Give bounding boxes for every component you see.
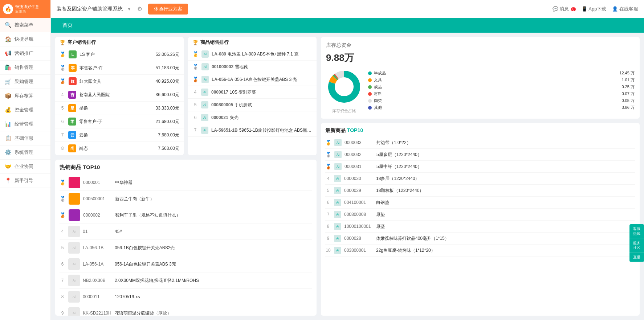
hot-goods-item[interactable]: 9 Ai KK-SD22110H 花语萌恒温分蘸罐袋（厚款）	[60, 305, 312, 316]
cooperation-icon: 🤝	[4, 163, 12, 170]
new-goods-item[interactable]: 6 Ai 004100001 白钢垫	[325, 197, 635, 209]
hot-goods-item[interactable]: 4 Ai 01 45#	[60, 223, 312, 240]
sidebar-item-search[interactable]: 🔍 搜索菜单	[0, 18, 50, 32]
legend-item: 成品 0.25 万	[368, 84, 635, 90]
inventory-summary: 库存总资金 9.88万	[321, 37, 640, 119]
trophy-icon: 🏆	[60, 40, 65, 45]
goods-rank-icon: Ai	[201, 114, 208, 121]
goods-rank-name: 001000002雪地靴	[212, 64, 312, 70]
customer-avatar: 云	[68, 131, 76, 139]
customer-rank-item[interactable]: 🥈 零 零售客户-许 51,183.00元	[55, 61, 184, 75]
sidebar-label-quicknav: 快捷导航	[15, 36, 33, 42]
goods-rank-name: 000800005手机测试	[211, 102, 312, 108]
system-dropdown-btn[interactable]: ▼	[127, 7, 131, 12]
message-label: 消息	[559, 6, 569, 12]
newbie-icon: 📍	[4, 177, 12, 184]
app-logo: 🔥 畅捷通好生意 标准版	[0, 0, 50, 18]
sidebar-label-newbie: 新手引导	[15, 177, 33, 184]
hot-goods-item[interactable]: 6 Ai LA-056-1A 056-1A白色按键开关盖ABS 3壳	[60, 256, 312, 272]
customer-rank-item[interactable]: 4 杏 苍南县人民医院 36,600.00元	[55, 88, 184, 102]
goods-rank-item[interactable]: 4 Ai 000001710S 变刹罗蔓	[188, 86, 317, 99]
float-btn-service[interactable]: 客服热线	[629, 224, 644, 238]
hot-goods-item[interactable]: 5 Ai LA-056-1B 056-1B白色按键开关壳ABS2壳	[60, 240, 312, 256]
goods-rank-item[interactable]: 6 Ai 0000021夹壳	[188, 111, 317, 124]
customer-rank-item[interactable]: 7 云 云扬 7,680.00元	[55, 128, 184, 142]
customer-rank-item[interactable]: 6 零 零售客户-于 21,680.00元	[55, 115, 184, 128]
sidebar-item-newbie[interactable]: 📍 新手引导	[0, 174, 50, 188]
hot-goods-code: NB2.0X30B	[83, 278, 112, 283]
sidebar-item-operations[interactable]: 📊 经营管理	[0, 117, 50, 131]
new-goods-item[interactable]: 10 Ai 003800001 22g鱼豆腐-烧烤味（1*12*20）	[325, 245, 635, 257]
donut-chart-container: 库存资金占比	[326, 69, 362, 114]
sidebar-item-finance[interactable]: 💰 资金管理	[0, 103, 50, 117]
float-btn-community[interactable]: 服务社区	[629, 238, 644, 253]
new-goods-item[interactable]: 5 Ai 0000029 18颗粒板（1220*2440）	[325, 185, 635, 197]
goods-rank-item[interactable]: 5 Ai 000800005手机测试	[188, 99, 317, 111]
sidebar-item-basic-info[interactable]: 📋 基础信息	[0, 131, 50, 145]
legend-val: 12.45 万	[619, 70, 635, 76]
sidebar-item-quicknav[interactable]: 🏠 快捷导航	[0, 32, 50, 46]
sidebar-item-purchase[interactable]: 🛒 采购管理	[0, 75, 50, 89]
online-service-btn[interactable]: 👤 在线客服	[612, 6, 638, 12]
goods-rank-item[interactable]: 🥉 Ai LA-056-1A056-1A白色按键开关盖ABS 3 壳	[188, 73, 317, 86]
customer-rank-item[interactable]: 🥉 红 红太阳文具 40,925.00元	[55, 75, 184, 88]
customer-name: 红太阳文具	[80, 78, 153, 85]
hot-goods-code: LA-056-1B	[83, 245, 112, 250]
app-name: 畅捷通好生意	[15, 4, 39, 9]
system-name: 装备及固定资产辅助管理系统	[57, 6, 123, 12]
new-goods-code: 000800008	[344, 212, 373, 217]
message-btn[interactable]: 💬 消息 6	[553, 6, 576, 12]
new-goods-item[interactable]: 9 Ai 0000028 体嫩荔枝味苏打饮品400毫升（1*15）	[325, 233, 635, 245]
nav-home[interactable]: 首页	[57, 18, 78, 33]
new-goods-item[interactable]: 🥈 Ai 0000032 5厘多层（1220*2440）	[325, 149, 635, 161]
new-goods-panel: 最新商品 TOP10 🥇 Ai 0000033 封边带（1.0*22） 🥈 Ai…	[321, 123, 640, 316]
inventory-legend: 半成品 12.45 万 文具 1.01 万 成品 0.25 万 材料 0.07 …	[368, 70, 635, 112]
customer-name: 云扬	[79, 132, 155, 138]
new-goods-name: 体嫩荔枝味苏打饮品400毫升（1*15）	[376, 235, 635, 242]
new-goods-name: 5厘多层（1220*2440）	[376, 152, 635, 158]
hot-goods-item[interactable]: 🥉 0000002 智利车子里（规格不知道填什么）	[60, 207, 312, 223]
inventory-value: 9.88	[326, 52, 345, 63]
hot-goods-name: 中华神器	[115, 180, 312, 186]
goods-rank-item[interactable]: 🥇 Ai LA-089电池盖 LA-089 ABS本色+黑种 7.1 克	[188, 48, 317, 61]
new-goods-item[interactable]: 4 Ai 0000030 18多层（1220*2440）	[325, 173, 635, 185]
customer-rank-item[interactable]: 5 星 星扬 33,333.00元	[55, 102, 184, 115]
sidebar-item-inventory[interactable]: 📦 库存核算	[0, 89, 50, 103]
sidebar-item-cooperation[interactable]: 🤝 企业协同	[0, 160, 50, 174]
goods-rank-item[interactable]: 🥈 Ai 001000002雪地靴	[188, 61, 317, 73]
customer-value: 53,006.26元	[156, 52, 179, 58]
customer-avatar: 零	[69, 64, 77, 72]
trial-btn[interactable]: 体验行业方案	[148, 4, 188, 15]
customer-value: 33,333.00元	[156, 105, 179, 111]
hot-goods-item[interactable]: 8 Ai 0000011 12070519-xs	[60, 289, 312, 305]
left-panel: 🏆客户销售排行 🥇 L LS 客户 53,006.26元 🥈 零 零售客户-许 …	[55, 37, 317, 316]
float-btn-live[interactable]: 直播	[629, 253, 644, 262]
customer-value: 51,183.00元	[156, 65, 179, 71]
sidebar-item-sales[interactable]: 🛍️ 销售管理	[0, 61, 50, 75]
new-goods-icon: Ai	[334, 211, 341, 218]
sidebar-item-system[interactable]: ⚙️ 系统管理	[0, 145, 50, 160]
customer-avatar: L	[69, 50, 77, 58]
settings-icon[interactable]: ⚙	[137, 5, 142, 12]
topbar-right: 💬 消息 6 📱 App下载 👤 在线客服	[553, 6, 638, 12]
sidebar-item-marketing[interactable]: 📢 营销推广	[0, 46, 50, 61]
hot-goods-image: Ai	[68, 226, 80, 237]
hot-goods-item[interactable]: 🥈 000500001 新西兰牛肉（新牛）	[60, 191, 312, 207]
new-goods-item[interactable]: 7 Ai 000800008 原垫	[325, 209, 635, 221]
legend-val: 1.01 万	[622, 77, 635, 83]
legend-item: 文具 1.01 万	[368, 77, 635, 83]
new-goods-item[interactable]: 🥇 Ai 0000033 封边带（1.0*22）	[325, 137, 635, 149]
hot-goods-image: Ai	[68, 242, 80, 254]
new-goods-item[interactable]: 8 Ai 10000100001 原垄	[325, 221, 635, 233]
customer-name: 苍南县人民医院	[79, 92, 153, 98]
new-goods-item[interactable]: 🥉 Ai 0000031 5厘中纤（1220*2440）	[325, 161, 635, 173]
customer-rank-item[interactable]: 🥇 L LS 客户 53,006.26元	[55, 48, 184, 61]
goods-rank-item[interactable]: 7 Ai LA-59651-1B59651-1B旋转投影灯电池盒 ABS黑色+5…	[188, 124, 317, 137]
legend-item: 半成品 12.45 万	[368, 70, 635, 76]
customer-rank-item[interactable]: 8 尚 尚态 7,563.00元	[55, 142, 184, 155]
app-download-btn[interactable]: 📱 App下载	[582, 6, 606, 12]
goods-rank-icon: Ai	[201, 89, 208, 96]
hot-goods-item[interactable]: 🥇 0000001 中华神器	[60, 175, 312, 191]
system-icon: ⚙️	[4, 149, 12, 156]
hot-goods-item[interactable]: 7 Ai NB2.0X30B 2.0X30MM双搓花轴,搓花直径2.1MM/RO…	[60, 272, 312, 289]
